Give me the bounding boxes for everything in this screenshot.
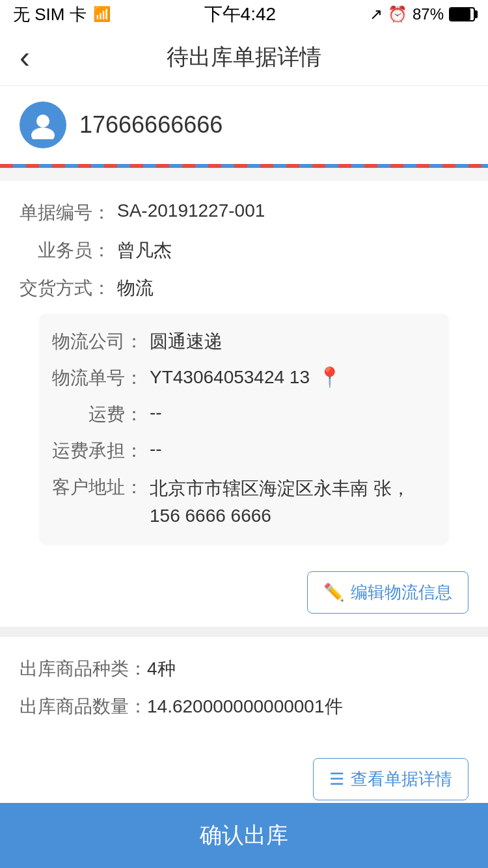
- order-info-section: 单据编号： SA-20191227-001 业务员： 曾凡杰 交货方式： 物流 …: [0, 181, 488, 558]
- svg-point-0: [36, 115, 49, 128]
- goods-section: 出库商品种类： 4种 出库商品数量： 14.620000000000001件: [0, 637, 488, 745]
- edit-logistics-button[interactable]: ✏️ 编辑物流信息: [307, 571, 468, 614]
- nav-bar: ‹ 待出库单据详情: [0, 29, 488, 86]
- delivery-method-label: 交货方式：: [20, 276, 111, 301]
- logistics-freight-value: --: [150, 402, 436, 423]
- logistics-freight-bearer-value: --: [150, 439, 436, 459]
- battery-icon: [449, 7, 475, 21]
- logistics-freight-bearer-row: 运费承担： --: [52, 439, 436, 463]
- logistics-company-row: 物流公司： 圆通速递: [52, 329, 436, 354]
- delivery-method-row: 交货方式： 物流: [20, 276, 468, 301]
- section-separator-1: [0, 627, 488, 637]
- avatar: [20, 102, 66, 148]
- status-bar: 无 SIM 卡 📶 下午4:42 ↗ ⏰ 87%: [0, 0, 488, 29]
- svg-point-1: [31, 128, 55, 139]
- edit-logistics-label: 编辑物流信息: [351, 581, 452, 604]
- order-number-label: 单据编号：: [20, 200, 111, 225]
- logistics-address-value: 北京市市辖区海淀区永丰南 张，156 6666 6666: [150, 475, 436, 530]
- view-detail-button[interactable]: ☰ 查看单据详情: [313, 758, 468, 800]
- confirm-button-label: 确认出库: [200, 821, 288, 850]
- goods-quantity-row: 出库商品数量： 14.620000000000001件: [20, 694, 468, 719]
- page-title: 待出库单据详情: [167, 42, 321, 72]
- logistics-company-label: 物流公司：: [52, 329, 143, 354]
- confirm-button-bar[interactable]: 确认出库: [0, 803, 488, 868]
- status-left: 无 SIM 卡 📶: [13, 3, 111, 26]
- logistics-company-value: 圆通速递: [150, 329, 436, 354]
- goods-types-label: 出库商品种类：: [20, 657, 147, 681]
- wifi-icon: 📶: [93, 6, 111, 23]
- logistics-card: 物流公司： 圆通速递 物流单号： YT43064053424 13 📍 运费： …: [39, 314, 449, 545]
- status-time: 下午4:42: [204, 2, 277, 27]
- edit-icon: ✏️: [323, 582, 344, 603]
- view-detail-label: 查看单据详情: [351, 768, 452, 791]
- carrier-text: 无 SIM 卡: [13, 3, 87, 26]
- logistics-tracking-label: 物流单号：: [52, 366, 143, 390]
- logistics-freight-row: 运费： --: [52, 402, 436, 427]
- logistics-address-label: 客户地址：: [52, 475, 143, 500]
- goods-quantity-label: 出库商品数量：: [20, 694, 147, 719]
- logistics-tracking-value: YT43064053424 13 📍: [150, 366, 436, 388]
- order-number-value: SA-20191227-001: [117, 200, 468, 221]
- logistics-freight-label: 运费：: [52, 402, 143, 427]
- battery-text: 87%: [413, 5, 444, 23]
- customer-phone: 17666666666: [79, 111, 223, 139]
- goods-types-row: 出库商品种类： 4种: [20, 657, 468, 681]
- goods-quantity-value: 14.620000000000001件: [147, 694, 468, 719]
- salesperson-row: 业务员： 曾凡杰: [20, 238, 468, 263]
- customer-header: 17666666666: [0, 86, 488, 164]
- alarm-icon: ⏰: [388, 5, 407, 23]
- delivery-method-value: 物流: [117, 276, 468, 301]
- goods-types-value: 4种: [147, 657, 468, 681]
- logistics-address-row: 客户地址： 北京市市辖区海淀区永丰南 张，156 6666 6666: [52, 475, 436, 530]
- order-number-row: 单据编号： SA-20191227-001: [20, 200, 468, 225]
- map-pin-icon[interactable]: 📍: [318, 366, 342, 388]
- avatar-icon: [29, 111, 57, 139]
- location-icon: ↗: [370, 5, 383, 23]
- logistics-freight-bearer-label: 运费承担：: [52, 439, 143, 463]
- logistics-tracking-row: 物流单号： YT43064053424 13 📍: [52, 366, 436, 390]
- dashed-divider: [0, 164, 488, 168]
- list-icon: ☰: [329, 769, 344, 789]
- salesperson-value: 曾凡杰: [117, 238, 468, 263]
- salesperson-label: 业务员：: [20, 238, 111, 263]
- status-right: ↗ ⏰ 87%: [370, 5, 475, 23]
- edit-logistics-row: ✏️ 编辑物流信息: [0, 558, 488, 627]
- back-button[interactable]: ‹: [20, 39, 30, 75]
